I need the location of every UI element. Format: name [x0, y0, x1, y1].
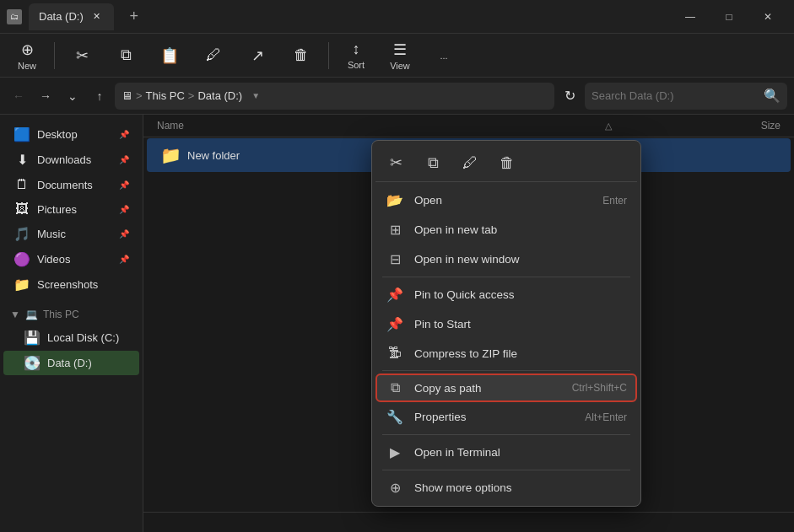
ctx-rename-button[interactable]: 🖊 [456, 149, 483, 176]
delete-button[interactable]: 🗑 [281, 43, 321, 67]
sidebar-item-desktop[interactable]: 🟦 Desktop 📌 [3, 122, 139, 147]
copy-button[interactable]: ⧉ [105, 43, 146, 67]
ctx-cut-button[interactable]: ✂ [382, 149, 409, 176]
search-icon: 🔍 [764, 88, 780, 104]
address-bar: ← → ⌄ ↑ 🖥 > This PC > Data (D:) ▼ ↻ 🔍 [0, 78, 794, 115]
sidebar-section-this-pc[interactable]: ▼ 💻 This PC [0, 304, 143, 325]
ctx-item-open[interactable]: 📂 Open Enter [375, 185, 637, 215]
ctx-separator-2 [382, 370, 630, 371]
ctx-open-terminal-label: Open in Terminal [414, 446, 627, 459]
ctx-item-show-more[interactable]: ⊕ Show more options [375, 473, 637, 502]
copy-icon: ⧉ [121, 46, 132, 64]
paste-icon: 📋 [160, 46, 179, 65]
sidebar-item-documents[interactable]: 🗒 Documents 📌 [3, 173, 139, 196]
sidebar-label-local-disk-c: Local Disk (C:) [47, 331, 119, 344]
sidebar-item-local-disk-c[interactable]: 💾 Local Disk (C:) [3, 325, 139, 350]
sort-button[interactable]: ↕ Sort [336, 37, 376, 73]
tab-close-button[interactable]: ✕ [90, 10, 104, 24]
desktop-icon: 🟦 [14, 126, 30, 142]
content-header: Name △ Size [143, 115, 794, 137]
ctx-open-tab-icon: ⊞ [386, 222, 404, 238]
ctx-separator-1 [382, 277, 630, 277]
videos-icon: 🟣 [14, 251, 30, 267]
more-button[interactable]: ... [424, 47, 464, 64]
new-label: New [18, 61, 36, 71]
sidebar-item-downloads[interactable]: ⬇ Downloads 📌 [3, 148, 139, 172]
ctx-delete-button[interactable]: 🗑 [494, 149, 521, 176]
music-icon: 🎵 [14, 226, 30, 242]
paste-button[interactable]: 📋 [149, 43, 190, 68]
ctx-open-window-icon: ⊟ [386, 251, 404, 267]
path-part-this-pc[interactable]: This PC [146, 89, 185, 102]
ctx-item-open-window[interactable]: ⊟ Open in new window [375, 245, 637, 274]
delete-icon: 🗑 [294, 46, 309, 64]
ctx-pin-start-icon: 📌 [386, 316, 404, 332]
maximize-button[interactable]: □ [710, 0, 748, 34]
sidebar-item-screenshots[interactable]: 📁 Screenshots [3, 272, 139, 297]
documents-icon: 🗒 [14, 177, 30, 192]
recent-button[interactable]: ⌄ [61, 84, 84, 108]
main-layout: 🟦 Desktop 📌 ⬇ Downloads 📌 🗒 Documents 📌 … [0, 115, 794, 532]
sidebar-item-music[interactable]: 🎵 Music 📌 [3, 222, 139, 246]
cut-button[interactable]: ✂ [62, 43, 102, 68]
content-area: Name △ Size 📁 New folder ✂ ⧉ 🖊 🗑 📂 Open … [143, 115, 794, 532]
up-button[interactable]: ↑ [88, 84, 111, 108]
path-part-data-d[interactable]: Data (D:) [197, 89, 242, 102]
minimize-button[interactable]: — [671, 0, 710, 34]
ctx-compress-label: Compress to ZIP file [414, 347, 627, 360]
ctx-copy-path-label: Copy as path [414, 382, 562, 395]
search-input[interactable] [591, 89, 759, 102]
address-path[interactable]: 🖥 > This PC > Data (D:) ▼ [115, 83, 554, 110]
sidebar-label-desktop: Desktop [37, 128, 78, 141]
sidebar-label-music: Music [37, 228, 66, 240]
new-button[interactable]: ⊕ New [7, 37, 47, 74]
cut-icon: ✂ [76, 46, 89, 65]
new-tab-button[interactable]: + [121, 3, 148, 30]
ctx-separator-4 [382, 470, 630, 470]
back-button[interactable]: ← [7, 84, 30, 108]
ctx-show-more-label: Show more options [414, 481, 627, 494]
sidebar-item-data-d[interactable]: 💽 Data (D:) [3, 351, 139, 375]
ctx-open-terminal-icon: ▶ [386, 444, 404, 460]
sidebar-label-videos: Videos [37, 253, 71, 266]
path-icon: 🖥 [122, 89, 132, 102]
pin-icon-music: 📌 [119, 229, 129, 239]
ctx-item-open-tab[interactable]: ⊞ Open in new tab [375, 215, 637, 245]
ctx-copy-path-shortcut: Ctrl+Shift+C [572, 382, 627, 394]
tab-label: Data (D:) [39, 10, 84, 23]
expand-icon: ▼ [10, 309, 20, 320]
local-disk-c-icon: 💾 [24, 330, 41, 346]
ctx-compress-icon: 🗜 [386, 346, 404, 361]
new-icon: ⊕ [21, 40, 34, 59]
share-button[interactable]: ↗ [237, 43, 278, 68]
path-dropdown-icon[interactable]: ▼ [246, 86, 266, 106]
view-button[interactable]: ☰ View [380, 37, 420, 74]
search-box[interactable]: 🔍 [585, 83, 787, 110]
ctx-item-pin-start[interactable]: 📌 Pin to Start [375, 309, 637, 339]
share-icon: ↗ [251, 46, 264, 65]
ctx-item-pin-quick[interactable]: 📌 Pin to Quick access [375, 280, 637, 309]
ctx-copy-path-icon: ⧉ [386, 380, 404, 395]
rename-button[interactable]: 🖊 [193, 43, 234, 67]
ctx-copy-button[interactable]: ⧉ [419, 149, 446, 176]
view-icon: ☰ [393, 40, 407, 59]
ctx-open-tab-label: Open in new tab [414, 223, 627, 236]
sidebar-item-pictures[interactable]: 🖼 Pictures 📌 [3, 197, 139, 221]
tab-data-d[interactable]: Data (D:) ✕ [29, 3, 114, 30]
forward-button[interactable]: → [34, 84, 57, 108]
toolbar-separator-1 [54, 42, 55, 69]
pin-icon-pictures: 📌 [119, 205, 129, 214]
this-pc-label: This PC [43, 309, 79, 320]
refresh-button[interactable]: ↻ [558, 84, 581, 108]
ctx-properties-label: Properties [414, 411, 575, 423]
ctx-properties-icon: 🔧 [386, 409, 404, 425]
sidebar-item-videos[interactable]: 🟣 Videos 📌 [3, 247, 139, 271]
pin-icon-downloads: 📌 [119, 155, 129, 164]
close-button[interactable]: ✕ [748, 0, 787, 34]
ctx-item-open-terminal[interactable]: ▶ Open in Terminal [375, 438, 637, 467]
ctx-item-copy-path[interactable]: ⧉ Copy as path Ctrl+Shift+C [375, 373, 637, 402]
ctx-item-compress[interactable]: 🗜 Compress to ZIP file [375, 339, 637, 368]
window-controls: — □ ✕ [671, 0, 787, 34]
ctx-item-properties[interactable]: 🔧 Properties Alt+Enter [375, 402, 637, 432]
sort-label: Sort [348, 60, 365, 70]
